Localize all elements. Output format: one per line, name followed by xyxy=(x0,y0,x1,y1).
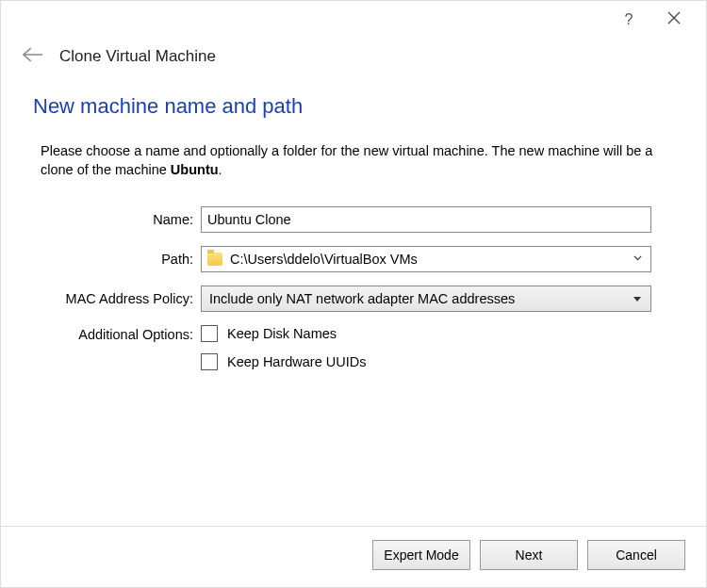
wizard-header: Clone Virtual Machine xyxy=(1,39,706,79)
page-title: New machine name and path xyxy=(33,94,674,119)
header-title: Clone Virtual Machine xyxy=(59,47,216,66)
clone-vm-dialog: ? Clone Virtual Machine New machine name… xyxy=(0,0,707,588)
mac-policy-select[interactable]: Include only NAT network adapter MAC add… xyxy=(201,286,651,312)
name-label: Name: xyxy=(33,212,193,227)
cancel-button[interactable]: Cancel xyxy=(587,540,685,570)
back-icon[interactable] xyxy=(22,46,42,66)
description-pre: Please choose a name and optionally a fo… xyxy=(41,143,652,177)
keep-disk-names-label: Keep Disk Names xyxy=(227,326,337,341)
keep-hardware-uuids-row: Keep Hardware UUIDs xyxy=(201,353,651,370)
footer: Expert Mode Next Cancel xyxy=(1,526,706,587)
name-input[interactable] xyxy=(201,206,651,233)
folder-icon xyxy=(207,253,222,266)
mac-policy-label: MAC Address Policy: xyxy=(33,291,193,306)
description-machine-name: Ubuntu xyxy=(171,162,219,177)
description-post: . xyxy=(219,162,222,177)
next-button[interactable]: Next xyxy=(480,540,578,570)
close-icon[interactable] xyxy=(665,11,683,28)
form: Name: Path: C:\Users\ddelo\VirtualBox VM… xyxy=(33,206,651,370)
additional-options-group: Keep Disk Names Keep Hardware UUIDs xyxy=(201,325,651,370)
chevron-down-icon xyxy=(633,251,643,266)
path-select[interactable]: C:\Users\ddelo\VirtualBox VMs xyxy=(201,246,651,272)
keep-hardware-uuids-checkbox[interactable] xyxy=(201,353,218,370)
keep-disk-names-row: Keep Disk Names xyxy=(201,325,651,342)
help-icon[interactable]: ? xyxy=(619,11,638,28)
expert-mode-button[interactable]: Expert Mode xyxy=(372,540,470,570)
content: New machine name and path Please choose … xyxy=(1,79,706,526)
dropdown-triangle-icon xyxy=(633,297,641,302)
keep-hardware-uuids-label: Keep Hardware UUIDs xyxy=(227,354,366,369)
description: Please choose a name and optionally a fo… xyxy=(41,141,666,180)
path-label: Path: xyxy=(33,252,193,267)
path-value: C:\Users\ddelo\VirtualBox VMs xyxy=(230,252,418,267)
mac-policy-value: Include only NAT network adapter MAC add… xyxy=(209,291,515,306)
titlebar: ? xyxy=(1,1,706,39)
additional-options-label: Additional Options: xyxy=(33,325,193,342)
keep-disk-names-checkbox[interactable] xyxy=(201,325,218,342)
